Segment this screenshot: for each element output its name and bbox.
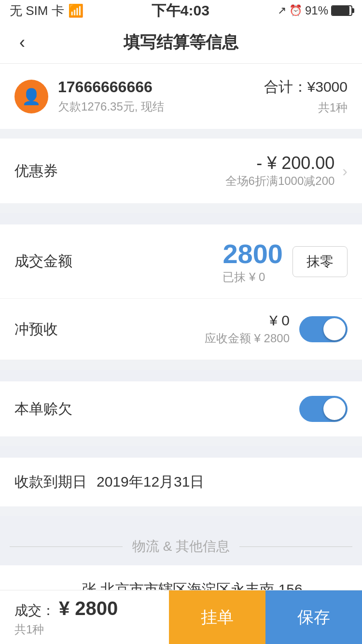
divider-1 bbox=[0, 213, 362, 224]
deal-amount-value: 2800 bbox=[223, 238, 283, 269]
footer-deal-label: 成交： bbox=[14, 602, 55, 620]
prepay-label: 冲预收 bbox=[14, 320, 58, 339]
prepay-toggle[interactable] bbox=[299, 316, 348, 342]
discount-label: 优惠券 bbox=[14, 161, 58, 181]
prepay-amount: ¥ 0 bbox=[205, 312, 290, 329]
nav-bar: ‹ 填写结算等信息 bbox=[0, 21, 362, 64]
footer-count: 共1种 bbox=[14, 622, 154, 637]
discount-row[interactable]: 优惠券 - ¥ 200.00 全场6折满1000减200 › bbox=[0, 139, 362, 203]
status-bar: 无 SIM 卡 📶 下午4:03 ↗ ⏰ 91% bbox=[0, 0, 362, 21]
logistics-label: 物流 & 其他信息 bbox=[132, 537, 230, 556]
divider-3 bbox=[0, 446, 362, 458]
deal-amount-sub: 已抹 ¥ 0 bbox=[223, 269, 283, 285]
debt-toggle[interactable] bbox=[299, 396, 348, 422]
prepay-sub: 应收金额 ¥ 2800 bbox=[205, 331, 290, 346]
status-time: 下午4:03 bbox=[152, 1, 209, 21]
avatar: 👤 bbox=[14, 80, 48, 113]
total-amount: 合计：¥3000 bbox=[264, 77, 348, 97]
battery-icon bbox=[331, 5, 352, 16]
divider-4 bbox=[0, 516, 362, 528]
carrier-label: 无 SIM 卡 bbox=[10, 2, 64, 19]
due-date-value: 2019年12月31日 bbox=[97, 472, 204, 492]
discount-chevron-icon: › bbox=[342, 162, 348, 180]
prepay-right: ¥ 0 应收金额 ¥ 2800 bbox=[205, 312, 348, 346]
status-right: ↗ ⏰ 91% bbox=[278, 4, 352, 17]
customer-phone: 17666666666 bbox=[58, 78, 164, 96]
footer-deal-amount: ¥ 2800 bbox=[59, 598, 118, 619]
status-left: 无 SIM 卡 📶 bbox=[10, 2, 84, 19]
deal-section: 成交金额 2800 已抹 ¥ 0 抹零 冲预收 ¥ 0 应收金额 ¥ 2800 bbox=[0, 224, 362, 360]
location-icon: ↗ bbox=[278, 4, 286, 17]
due-date-section: 收款到期日 2019年12月31日 bbox=[0, 458, 362, 506]
debt-row: 本单赊欠 bbox=[0, 381, 362, 436]
discount-right: - ¥ 200.00 全场6折满1000减200 › bbox=[225, 153, 348, 189]
discount-sub: 全场6折满1000减200 bbox=[225, 173, 335, 189]
footer-info: 成交： ¥ 2800 共1种 bbox=[0, 590, 169, 644]
divider-line-right bbox=[239, 546, 352, 547]
customer-left: 👤 17666666666 欠款1276.35元, 现结 bbox=[14, 78, 164, 114]
discount-amount: - ¥ 200.00 bbox=[225, 153, 335, 173]
deal-amount-label: 成交金额 bbox=[14, 252, 72, 271]
due-date-label: 收款到期日 bbox=[14, 472, 87, 492]
deal-right: 2800 已抹 ¥ 0 抹零 bbox=[223, 238, 348, 285]
discount-section: 优惠券 - ¥ 200.00 全场6折满1000减200 › bbox=[0, 139, 362, 203]
total-count: 共1种 bbox=[264, 100, 348, 115]
customer-info: 17666666666 欠款1276.35元, 现结 bbox=[58, 78, 164, 114]
debt-section: 本单赊欠 bbox=[0, 381, 362, 436]
alarm-icon: ⏰ bbox=[289, 4, 302, 17]
debt-label: 本单赊欠 bbox=[14, 399, 72, 419]
customer-card: 👤 17666666666 欠款1276.35元, 现结 合计：¥3000 共1… bbox=[0, 64, 362, 129]
pending-button[interactable]: 挂单 bbox=[169, 590, 265, 644]
debt-toggle-knob bbox=[323, 398, 346, 420]
deal-amount-row: 成交金额 2800 已抹 ¥ 0 抹零 bbox=[0, 224, 362, 299]
divider-line-left bbox=[10, 546, 123, 547]
prepay-row: 冲预收 ¥ 0 应收金额 ¥ 2800 bbox=[0, 299, 362, 360]
prepay-value-block: ¥ 0 应收金额 ¥ 2800 bbox=[205, 312, 290, 346]
due-date-row[interactable]: 收款到期日 2019年12月31日 bbox=[0, 458, 362, 506]
battery-percent: 91% bbox=[305, 4, 328, 17]
customer-right: 合计：¥3000 共1种 bbox=[264, 77, 348, 115]
customer-sub: 欠款1276.35元, 现结 bbox=[58, 99, 164, 114]
content-area: 👤 17666666666 欠款1276.35元, 现结 合计：¥3000 共1… bbox=[0, 64, 362, 644]
wifi-icon: 📶 bbox=[68, 3, 84, 18]
back-button[interactable]: ‹ bbox=[14, 28, 30, 57]
divider-2 bbox=[0, 370, 362, 381]
page-title: 填写结算等信息 bbox=[124, 31, 238, 54]
prepay-toggle-knob bbox=[323, 318, 346, 340]
logistics-divider: 物流 & 其他信息 bbox=[0, 528, 362, 565]
footer: 成交： ¥ 2800 共1种 挂单 保存 bbox=[0, 590, 362, 644]
save-button[interactable]: 保存 bbox=[265, 590, 362, 644]
round-button[interactable]: 抹零 bbox=[292, 246, 348, 277]
